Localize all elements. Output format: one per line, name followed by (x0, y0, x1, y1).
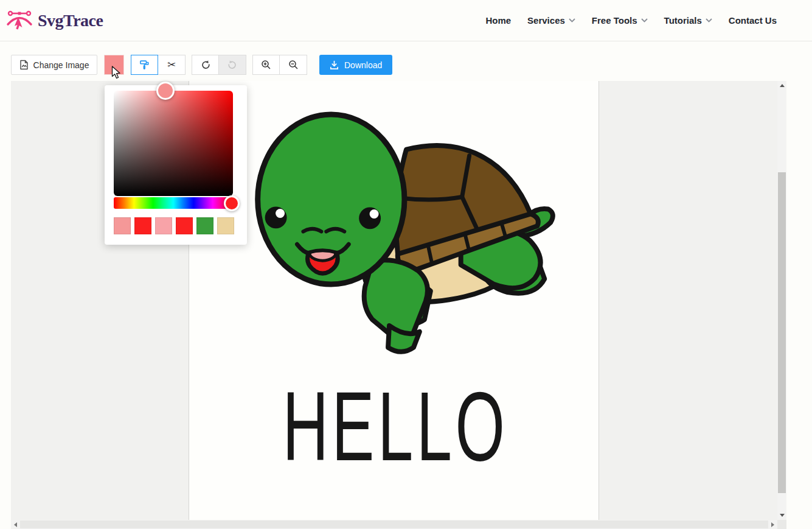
brand-logo[interactable]: SvgTrace (6, 10, 103, 32)
artwork-text-group: HELLO (282, 371, 508, 481)
scrollbar-corner (777, 520, 786, 529)
nav-free-tools[interactable]: Free Tools (592, 15, 648, 26)
color-swatch[interactable] (155, 217, 172, 234)
download-icon (330, 60, 339, 70)
scroll-up-arrow[interactable] (780, 84, 785, 87)
fill-tool-button[interactable] (131, 55, 158, 75)
color-swatch[interactable] (196, 217, 213, 234)
nav-home[interactable]: Home (485, 15, 511, 26)
scroll-down-arrow[interactable] (780, 514, 785, 517)
horizontal-scrollbar[interactable] (11, 520, 777, 529)
main-nav: Home Services Free Tools Tutorials Conta… (485, 15, 777, 26)
nav-contact-us[interactable]: Contact Us (729, 15, 777, 26)
hue-handle[interactable] (224, 195, 240, 211)
color-swatch[interactable] (176, 217, 193, 234)
color-swatch[interactable] (134, 217, 151, 234)
hue-slider[interactable] (114, 197, 233, 209)
editor-toolbar: Change Image ✂ (11, 55, 392, 75)
zoom-group (252, 55, 307, 75)
color-picker-popup (105, 85, 247, 245)
zoom-out-button[interactable] (280, 55, 307, 75)
tool-group: ✂ (131, 55, 186, 75)
redo-icon (227, 60, 237, 70)
toolbar-zone: Change Image ✂ (0, 42, 812, 81)
undo-button[interactable] (192, 55, 219, 75)
magnifier-plus-icon (261, 60, 271, 70)
download-button[interactable]: Download (319, 55, 392, 75)
scissors-icon: ✂ (167, 60, 176, 70)
zoom-in-button[interactable] (252, 55, 280, 75)
artboard[interactable]: HELLO (189, 81, 599, 520)
paint-roller-icon (139, 60, 150, 70)
turtle-artwork: HELLO (189, 81, 599, 520)
undo-icon (201, 60, 210, 70)
cut-tool-button[interactable]: ✂ (158, 55, 186, 75)
nav-services[interactable]: Services (527, 15, 575, 26)
scroll-left-arrow[interactable] (14, 522, 17, 527)
header: SvgTrace Home Services Free Tools Tutori… (0, 0, 812, 41)
redo-button[interactable] (219, 55, 246, 75)
chevron-down-icon (706, 18, 712, 23)
magnifier-minus-icon (288, 60, 299, 70)
chevron-down-icon (569, 18, 575, 23)
horizontal-scroll-thumb[interactable] (20, 520, 768, 528)
history-group (192, 55, 246, 75)
change-image-button[interactable]: Change Image (11, 55, 97, 75)
saturation-area[interactable] (114, 91, 233, 196)
brand-name: SvgTrace (38, 11, 103, 30)
swatch-row (114, 217, 234, 234)
active-color-swatch[interactable] (104, 55, 124, 75)
color-swatch[interactable] (114, 217, 131, 234)
chevron-down-icon (641, 18, 648, 23)
artwork-text: HELLO (282, 371, 508, 481)
color-swatch[interactable] (217, 217, 234, 234)
saturation-handle[interactable] (156, 82, 175, 100)
bezier-trace-icon (6, 10, 33, 32)
vertical-scroll-thumb[interactable] (778, 172, 786, 493)
file-image-icon (19, 60, 29, 70)
scroll-right-arrow[interactable] (771, 522, 774, 527)
nav-tutorials[interactable]: Tutorials (664, 15, 712, 26)
